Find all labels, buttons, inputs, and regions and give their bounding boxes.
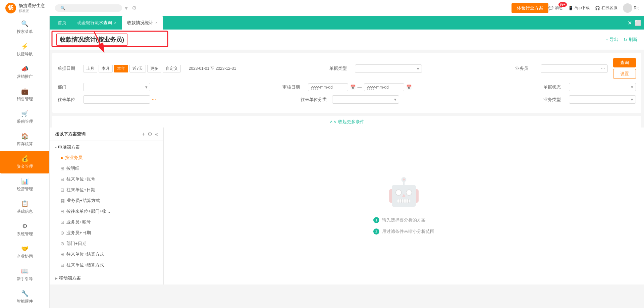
trial-btn[interactable]: 体验行业方案 [512, 3, 548, 13]
collapse-bar[interactable]: ∧∧ 收起更多条件 [52, 116, 641, 127]
voucher-type-select[interactable] [355, 64, 422, 73]
step-item-2: 2 用过滤条件来缩小分析范围 [373, 227, 434, 236]
user-area[interactable]: Rit [623, 3, 639, 13]
sidebar-item-purchase[interactable]: 🛒 采购管理 [0, 106, 49, 129]
tab-receipt-close[interactable]: × [155, 20, 158, 25]
scheme-group-desktop: ▾ 电脑端方案 ● 按业务员 ⊞ 按明细 [50, 141, 163, 272]
audit-date-end[interactable] [364, 83, 404, 91]
scheme-item-supplier-account[interactable]: ⊟ 往来单位+账号 [50, 174, 163, 185]
date-btn-last-month[interactable]: 上月 [83, 65, 97, 72]
left-panel-title: 按以下方案查询 [55, 131, 139, 137]
sidebar-item-marketing[interactable]: 📣 营销推广 [0, 61, 49, 84]
supplier-more-btn[interactable]: ⋯ [152, 97, 156, 102]
cal-end-icon[interactable]: 📅 [406, 85, 412, 90]
panel-add-btn[interactable]: + [142, 131, 145, 137]
date-btn-this-year[interactable]: 本年 [114, 65, 128, 72]
scheme-supplier-account-icon: ⊟ [60, 176, 64, 182]
supplier-wrap: ⋯ [83, 95, 156, 104]
sidebar-item-inventory[interactable]: 🏠 库存核算 [0, 129, 49, 151]
biz-type-wrap: ▾ [569, 95, 636, 104]
audit-date-start[interactable] [308, 83, 348, 91]
header-search[interactable]: 🔍 [55, 4, 122, 12]
search-nav-icon: 🔍 [60, 6, 65, 10]
header-nav: 🔍 ▾ ⚙ [55, 4, 512, 12]
finance-icon: 💰 [21, 155, 29, 162]
sidebar-label-purchase: 采购管理 [17, 119, 33, 124]
hardware-icon: 🔧 [21, 290, 29, 297]
date-btn-more[interactable]: 更多 [147, 65, 161, 72]
filter-action-btns: 查询 设置 [613, 58, 636, 79]
scheme-group-desktop-header[interactable]: ▾ 电脑端方案 [50, 142, 163, 152]
logo-text: 畅捷通好生意 [19, 3, 45, 9]
tab-bank-close[interactable]: × [114, 20, 116, 25]
scheme-item-supplier-settle1[interactable]: ⊞ 往来单位+结算方式 [50, 249, 163, 260]
sidebar-item-collab[interactable]: 🤝 企业协同 [0, 241, 49, 263]
inventory-icon: 🏠 [21, 133, 29, 140]
scheme-item-sales-account[interactable]: ⊡ 业务员+账号 [50, 217, 163, 227]
sidebar-item-quicknav[interactable]: ⚡ 快捷导航 [0, 39, 49, 61]
nav-settings-icon[interactable]: ⚙ [132, 5, 137, 11]
date-btn-7days[interactable]: 近7天 [129, 65, 146, 72]
scheme-item-detail[interactable]: ⊞ 按明细 [50, 163, 163, 174]
supplier-class-select[interactable] [332, 95, 399, 104]
scheme-label-supplier-account: 往来单位+账号 [66, 176, 95, 182]
export-label: 导出 [609, 37, 618, 43]
sidebar: 🔍 搜索菜单 ⚡ 快捷导航 📣 营销推广 💼 销售管理 🛒 采购管理 🏠 [0, 16, 50, 308]
scheme-item-sales-date[interactable]: ⊙ 业务员+日期 [50, 227, 163, 238]
cal-start-icon[interactable]: 📅 [350, 85, 356, 90]
scheme-item-salesperson[interactable]: ● 按业务员 [50, 152, 163, 163]
scheme-item-sales-settle[interactable]: ▦ 业务员+结算方式 [50, 195, 163, 206]
scheme-item-supplier-dept[interactable]: ⊟ 按往来单位+部门+收... [50, 206, 163, 217]
export-btn[interactable]: ↑ 导出 [606, 37, 619, 43]
scheme-item-dept-date[interactable]: ⊙ 部门+日期 [50, 238, 163, 249]
scheme-group-mobile-header[interactable]: ▶ 移动端方案 [50, 273, 163, 283]
tab-close-all-btn[interactable]: ✕ [628, 20, 632, 26]
sidebar-label-collab: 企业协同 [17, 254, 33, 259]
scheme-item-supplier-date[interactable]: ⊟ 往来单位+日期 [50, 185, 163, 195]
voucher-type-label: 单据类型 [329, 65, 350, 71]
query-btn[interactable]: 查询 [613, 58, 636, 67]
salesperson-select[interactable] [541, 64, 608, 73]
tab-expand-btn[interactable]: ⬜ [635, 20, 641, 26]
biz-type-select[interactable] [569, 95, 636, 104]
voucher-status-select[interactable] [569, 83, 636, 91]
set-btn[interactable]: 设置 [613, 69, 636, 79]
sidebar-item-search[interactable]: 🔍 搜索菜单 [0, 16, 49, 39]
tab-home[interactable]: 首页 [52, 16, 72, 30]
dept-label: 部门 [58, 84, 78, 90]
panel-settings-btn[interactable]: ⚙ [148, 131, 152, 137]
filter-row-supplier: 往来单位 ⋯ 往来单位分类 ▾ 业务类型 [58, 95, 636, 104]
scheme-item-supplier-settle2[interactable]: ⊟ 往来单位+结算方式 [50, 260, 163, 270]
page-content: 收款情况统计(按业务员) ↑ 导出 ↻ 刷新 [50, 30, 644, 308]
sidebar-item-guide[interactable]: 📖 新手引导 [0, 263, 49, 286]
sidebar-item-basic[interactable]: 📋 基础信息 [0, 196, 49, 218]
step-item-1: 1 请先选择要分析的方案 [373, 216, 434, 224]
sidebar-item-hardware[interactable]: 🔧 智能硬件 [0, 286, 49, 308]
group-expand-arrow: ▾ [55, 146, 57, 149]
step-label-2: 用过滤条件来缩小分析范围 [382, 227, 434, 236]
message-btn[interactable]: 💬 消息 99+ [548, 5, 563, 11]
export-icon: ↑ [606, 37, 608, 42]
sidebar-item-operation[interactable]: 📊 经营管理 [0, 173, 49, 196]
sidebar-label-inventory: 库存核算 [17, 141, 33, 147]
refresh-btn[interactable]: ↻ 刷新 [624, 37, 637, 43]
online-service-btn[interactable]: 🎧 在线客服 [595, 5, 618, 11]
panel-collapse-btn[interactable]: « [155, 131, 158, 137]
quicknav-icon: ⚡ [21, 43, 29, 50]
sidebar-item-system[interactable]: ⚙ 系统管理 [0, 218, 49, 241]
logo-badge: 标准版 [19, 9, 45, 13]
nav-dropdown-icon[interactable]: ▾ [125, 4, 128, 12]
date-btn-custom[interactable]: 自定义 [163, 65, 181, 72]
supplier-input[interactable] [83, 95, 150, 104]
headset-icon: 🎧 [595, 6, 600, 10]
tab-bank[interactable]: 现金银行流水查询 × [72, 16, 122, 30]
tab-receipt[interactable]: 收款情况统计 × [122, 16, 163, 30]
date-btn-this-month[interactable]: 本月 [99, 65, 113, 72]
app-download-label: App下载 [575, 5, 590, 11]
sidebar-item-sales[interactable]: 💼 销售管理 [0, 84, 49, 106]
dept-select[interactable] [83, 83, 150, 91]
filter-row-dept: 部门 ▾ 审核日期 📅 — 📅 [58, 83, 636, 91]
content-area: 首页 现金银行流水查询 × 收款情况统计 × ✕ ⬜ [50, 16, 644, 308]
app-download-btn[interactable]: 📱 App下载 [568, 5, 590, 11]
sidebar-item-finance[interactable]: 💰 资金管理 [0, 151, 49, 173]
